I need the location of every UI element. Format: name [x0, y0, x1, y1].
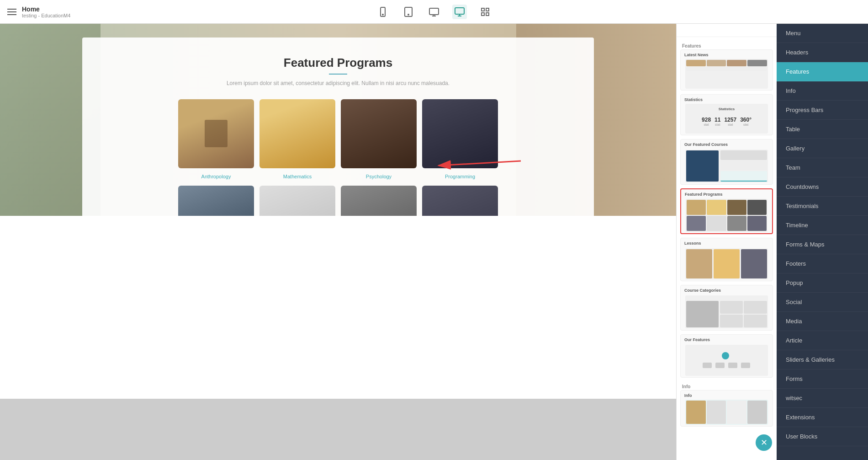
program-item: Psychology — [341, 99, 417, 180]
nav-item-user-blocks[interactable]: User Blocks — [777, 427, 868, 446]
layout-icon[interactable] — [478, 5, 492, 19]
nav-item-timeline[interactable]: Timeline — [777, 216, 868, 235]
featured-programs-thumbnail[interactable]: Featured Programs — [680, 188, 773, 234]
featured-programs-section: Featured Programs Lorem ipsum dolor sit … — [82, 37, 594, 216]
featured-courses-preview — [685, 150, 768, 182]
program-item: Physics — [341, 186, 417, 216]
latest-news-thumbnail[interactable]: Latest News — [680, 49, 773, 91]
nav-item-article[interactable]: Article — [777, 331, 868, 350]
svg-rect-4 — [429, 8, 439, 15]
home-label: Home — [22, 5, 70, 13]
mathematics-label: Mathematics — [283, 174, 312, 179]
mathematics-image — [259, 99, 335, 168]
nav-item-countdowns[interactable]: Countdowns — [777, 177, 868, 197]
page-title-block: Home testing - EducationM4 — [22, 5, 70, 18]
hamburger-menu-icon[interactable] — [7, 9, 16, 15]
nav-item-social[interactable]: Social — [777, 293, 868, 312]
lessons-title: Lessons — [684, 241, 701, 246]
programming-image — [422, 99, 498, 168]
nav-item-testimonials[interactable]: Testimonials — [777, 197, 868, 216]
features-section-label: Features — [680, 41, 773, 49]
block-panel-content[interactable]: Features Latest News Statisti — [677, 37, 777, 460]
desktop-icon[interactable] — [452, 5, 467, 19]
course-categories-thumbnail[interactable]: Course Categories — [680, 285, 773, 331]
block-panel-header — [677, 24, 777, 37]
course-categories-title: Course Categories — [684, 288, 721, 293]
design-image — [422, 186, 498, 216]
nav-item-extensions[interactable]: Extensions — [777, 408, 868, 427]
course-categories-preview — [685, 295, 768, 328]
nav-item-footers[interactable]: Footers — [777, 254, 868, 273]
small-desktop-icon[interactable] — [427, 5, 441, 19]
programs-grid: Anthropology Mathematics Psychology — [178, 99, 498, 216]
topbar: Home testing - EducationM4 — [0, 0, 868, 24]
program-item: Mathematics — [259, 99, 335, 180]
our-features-thumbnail[interactable]: Our Features — [680, 334, 773, 378]
psychology-label: Psychology — [366, 174, 392, 179]
program-item: Copywriting — [178, 186, 254, 216]
svg-point-3 — [408, 14, 409, 15]
nav-item-media[interactable]: Media — [777, 312, 868, 331]
tablet-device-icon[interactable] — [401, 5, 416, 19]
nav-item-forms-maps[interactable]: Forms & Maps — [777, 235, 868, 254]
close-button[interactable]: ✕ — [756, 434, 772, 451]
main-layout: Featured Programs Lorem ipsum dolor sit … — [0, 24, 868, 460]
our-features-title: Our Features — [684, 337, 710, 342]
info-thumbnail[interactable]: Info — [680, 390, 773, 427]
svg-rect-7 — [455, 8, 464, 14]
program-item: Economics — [259, 186, 335, 216]
canvas-bottom — [0, 216, 676, 399]
latest-news-title: Latest News — [684, 53, 709, 57]
section-title: Featured Programs — [91, 56, 585, 70]
physics-image — [341, 186, 417, 216]
nav-item-features[interactable]: Features — [777, 62, 868, 81]
right-nav: Menu Headers Features Info Progress Bars… — [777, 24, 868, 460]
nav-item-team[interactable]: Team — [777, 158, 868, 177]
thumbnail-arrow — [772, 206, 773, 217]
our-features-preview — [685, 345, 768, 376]
lessons-preview — [685, 248, 768, 279]
info-section-label: Info — [680, 381, 773, 390]
nav-item-gallery[interactable]: Gallery — [777, 139, 868, 158]
program-item: Design — [422, 186, 498, 216]
programming-label: Programming — [445, 174, 475, 179]
nav-item-menu[interactable]: Menu — [777, 24, 868, 43]
canvas-area: Featured Programs Lorem ipsum dolor sit … — [0, 24, 676, 460]
latest-news-preview — [685, 59, 768, 89]
statistics-preview: Statistics 928 stat 11 stat 1257 stat — [685, 104, 768, 134]
nav-item-info[interactable]: Info — [777, 81, 868, 101]
info-title: Info — [684, 393, 692, 398]
svg-point-1 — [382, 14, 383, 15]
economics-image — [259, 186, 335, 216]
nav-item-witsec[interactable]: witsec — [777, 389, 868, 408]
featured-courses-title: Our Featured Courses — [684, 142, 728, 147]
featured-programs-title: Featured Programs — [685, 192, 723, 197]
block-panel: Features Latest News Statisti — [676, 24, 777, 460]
info-preview — [685, 400, 768, 425]
nav-item-forms[interactable]: Forms — [777, 369, 868, 389]
statistics-title: Statistics — [684, 97, 703, 102]
featured-courses-thumbnail[interactable]: Our Featured Courses — [680, 139, 773, 185]
nav-item-sliders-galleries[interactable]: Sliders & Galleries — [777, 350, 868, 369]
mobile-device-icon[interactable] — [376, 5, 390, 19]
section-subtitle: Lorem ipsum dolor sit amet, consectetur … — [91, 80, 585, 86]
featured-programs-preview — [686, 199, 767, 232]
copywriting-image — [178, 186, 254, 216]
nav-item-progress-bars[interactable]: Progress Bars — [777, 101, 868, 120]
nav-item-popup[interactable]: Popup — [777, 273, 868, 293]
sub-label: testing - EducationM4 — [22, 13, 70, 18]
device-switcher — [376, 5, 492, 19]
section-divider — [329, 74, 347, 75]
program-item: Programming — [422, 99, 498, 180]
psychology-image — [341, 99, 417, 168]
anthropology-label: Anthropology — [201, 174, 231, 179]
program-item: Anthropology — [178, 99, 254, 180]
nav-item-headers[interactable]: Headers — [777, 43, 868, 62]
lessons-thumbnail[interactable]: Lessons — [680, 238, 773, 281]
statistics-thumbnail[interactable]: Statistics Statistics 928 stat 11 stat — [680, 94, 773, 135]
nav-item-table[interactable]: Table — [777, 120, 868, 139]
anthropology-image — [178, 99, 254, 168]
